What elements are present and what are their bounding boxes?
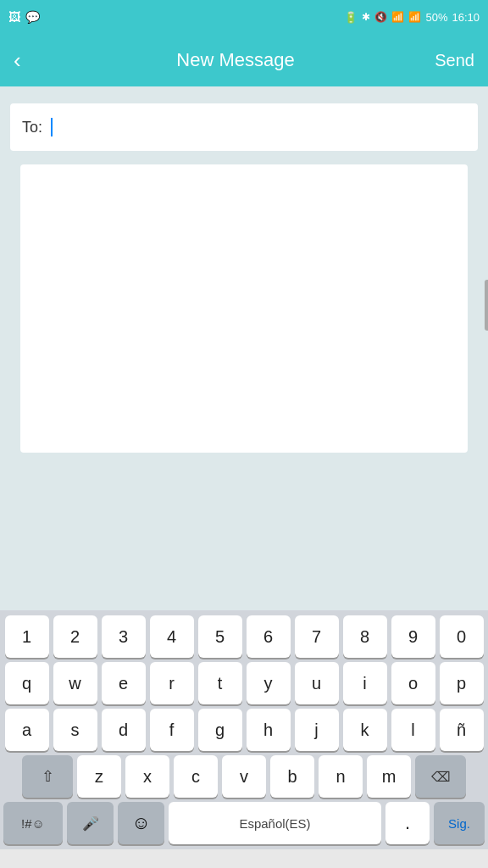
key-t[interactable]: t bbox=[198, 662, 242, 704]
keyboard-row-asdf: a s d f g h j k l ñ bbox=[0, 709, 488, 751]
back-button[interactable]: ‹ bbox=[14, 47, 47, 74]
key-p[interactable]: p bbox=[440, 662, 484, 704]
key-w[interactable]: w bbox=[53, 662, 97, 704]
bluetooth-icon: ✱ bbox=[362, 11, 370, 23]
emoji-smiley-key[interactable]: ☺ bbox=[118, 802, 164, 844]
mic-icon: 🎤 bbox=[82, 815, 99, 832]
shift-key[interactable]: ⇧ bbox=[22, 755, 73, 798]
period-key[interactable]: . bbox=[385, 802, 430, 844]
content-area: To: bbox=[0, 86, 488, 610]
key-x[interactable]: x bbox=[125, 755, 169, 798]
key-d[interactable]: d bbox=[102, 709, 146, 751]
wifi-icon: 📶 bbox=[391, 11, 404, 23]
key-b[interactable]: b bbox=[270, 755, 314, 798]
image-icon: 🖼 bbox=[8, 10, 20, 24]
space-label: Español(ES) bbox=[239, 816, 310, 831]
key-h[interactable]: h bbox=[247, 709, 291, 751]
key-n-tilde[interactable]: ñ bbox=[440, 709, 484, 751]
next-label: Sig. bbox=[448, 816, 470, 831]
send-button[interactable]: Send bbox=[424, 51, 474, 70]
key-q[interactable]: q bbox=[5, 662, 49, 704]
status-bar: 🖼 💬 🔋 ✱ 🔇 📶 📶 50% 16:10 bbox=[0, 0, 488, 34]
key-3[interactable]: 3 bbox=[102, 615, 146, 658]
space-key[interactable]: Español(ES) bbox=[169, 802, 381, 844]
key-6[interactable]: 6 bbox=[247, 615, 291, 658]
key-j[interactable]: j bbox=[295, 709, 339, 751]
battery-icon: 🔋 bbox=[344, 11, 358, 24]
period-label: . bbox=[405, 812, 410, 834]
symbols-key[interactable]: !#☺ bbox=[3, 802, 63, 844]
key-9[interactable]: 9 bbox=[391, 615, 435, 658]
key-r[interactable]: r bbox=[150, 662, 194, 704]
to-field[interactable]: To: bbox=[10, 103, 478, 151]
emoji-key[interactable]: 🎤 bbox=[67, 802, 114, 844]
key-u[interactable]: u bbox=[295, 662, 339, 704]
key-8[interactable]: 8 bbox=[343, 615, 387, 658]
key-e[interactable]: e bbox=[102, 662, 146, 704]
keyboard-row-qwerty: q w e r t y u i o p bbox=[0, 662, 488, 704]
signal-icon: 📶 bbox=[408, 11, 421, 23]
key-7[interactable]: 7 bbox=[295, 615, 339, 658]
mute-icon: 🔇 bbox=[374, 11, 387, 23]
key-0[interactable]: 0 bbox=[440, 615, 484, 658]
to-label: To: bbox=[22, 119, 42, 136]
key-a[interactable]: a bbox=[5, 709, 49, 751]
message-input[interactable] bbox=[20, 164, 468, 453]
keyboard-row-zxcv: ⇧ z x c v b n m ⌫ bbox=[0, 755, 488, 798]
key-1[interactable]: 1 bbox=[5, 615, 49, 658]
key-5[interactable]: 5 bbox=[198, 615, 242, 658]
emoji-icon: ☺ bbox=[131, 812, 150, 834]
keyboard: 1 2 3 4 5 6 7 8 9 0 q w e r t y u i o p … bbox=[0, 610, 488, 849]
scroll-indicator bbox=[485, 280, 488, 331]
status-bar-right: 🔋 ✱ 🔇 📶 📶 50% 16:10 bbox=[344, 11, 480, 24]
key-k[interactable]: k bbox=[343, 709, 387, 751]
key-o[interactable]: o bbox=[391, 662, 435, 704]
clock: 16:10 bbox=[452, 11, 480, 24]
key-i[interactable]: i bbox=[343, 662, 387, 704]
page-title: New Message bbox=[47, 49, 424, 71]
key-v[interactable]: v bbox=[222, 755, 266, 798]
key-s[interactable]: s bbox=[53, 709, 97, 751]
next-key[interactable]: Sig. bbox=[434, 802, 485, 844]
whatsapp-icon: 💬 bbox=[25, 10, 40, 24]
key-4[interactable]: 4 bbox=[150, 615, 194, 658]
backspace-key[interactable]: ⌫ bbox=[415, 755, 466, 798]
key-c[interactable]: c bbox=[174, 755, 218, 798]
key-l[interactable]: l bbox=[391, 709, 435, 751]
key-2[interactable]: 2 bbox=[53, 615, 97, 658]
keyboard-row-numbers: 1 2 3 4 5 6 7 8 9 0 bbox=[0, 615, 488, 658]
battery-percent: 50% bbox=[425, 11, 447, 24]
key-g[interactable]: g bbox=[198, 709, 242, 751]
nav-bar: ‹ New Message Send bbox=[0, 34, 488, 86]
key-y[interactable]: y bbox=[247, 662, 291, 704]
status-bar-left: 🖼 💬 bbox=[8, 10, 40, 24]
key-f[interactable]: f bbox=[150, 709, 194, 751]
symbols-label: !#☺ bbox=[21, 816, 45, 831]
keyboard-row-bottom: !#☺ 🎤 ☺ Español(ES) . Sig. bbox=[0, 802, 488, 849]
text-cursor bbox=[51, 118, 53, 136]
key-m[interactable]: m bbox=[367, 755, 411, 798]
key-n[interactable]: n bbox=[319, 755, 363, 798]
key-z[interactable]: z bbox=[77, 755, 121, 798]
